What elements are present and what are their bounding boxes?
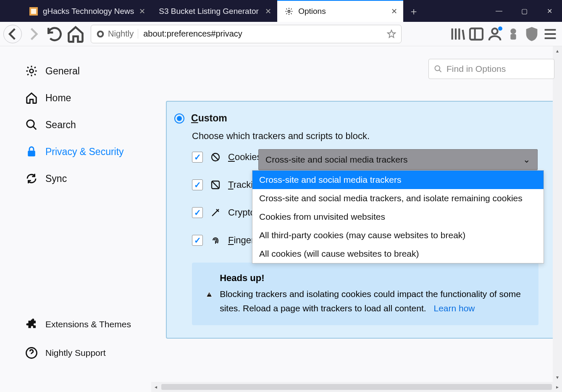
ublock-icon[interactable]	[523, 26, 540, 42]
lock-icon	[25, 145, 38, 158]
back-button[interactable]	[3, 25, 22, 43]
checkbox-icon[interactable]: ✓	[192, 179, 203, 190]
tab-label: Options	[298, 7, 326, 16]
cryptominer-icon	[210, 208, 221, 218]
chevron-down-icon: ⌄	[523, 155, 530, 165]
account-icon[interactable]	[486, 26, 503, 42]
close-icon[interactable]: ✕	[391, 7, 397, 16]
home-icon	[25, 92, 38, 104]
checkbox-icon[interactable]: ✓	[192, 207, 203, 218]
sidebar-item-privacy-security[interactable]: Privacy & Security	[25, 139, 166, 164]
scrollbar-thumb[interactable]	[161, 384, 552, 390]
dropdown-option[interactable]: All cookies (will cause websites to brea…	[252, 245, 544, 263]
dropdown-option[interactable]: Cross-site and social media trackers	[252, 171, 544, 189]
cookie-blocked-icon	[210, 152, 221, 162]
sidebar-item-label: Extensions & Themes	[45, 319, 131, 329]
maximize-button[interactable]: ▢	[512, 0, 537, 22]
svg-rect-5	[470, 28, 483, 39]
scroll-up-icon[interactable]: ▴	[553, 46, 562, 55]
preferences-sidebar: General Home Search Privacy & Security S…	[0, 46, 166, 382]
custom-title: Custom	[191, 113, 227, 124]
sidebar-item-general[interactable]: General	[25, 59, 166, 83]
reload-button[interactable]	[45, 25, 64, 43]
gear-icon	[25, 65, 38, 77]
tracking-icon	[210, 180, 221, 190]
nav-toolbar: Nightly about:preferences#privacy	[0, 22, 562, 46]
svg-point-7	[510, 28, 516, 34]
find-in-options-input[interactable]: Find in Options	[428, 59, 554, 79]
svg-point-13	[435, 66, 440, 71]
hamburger-menu-icon[interactable]	[542, 26, 559, 42]
identity-label: Nightly	[108, 29, 134, 39]
search-icon	[434, 65, 442, 73]
scroll-left-icon[interactable]: ◂	[151, 384, 160, 390]
warning-icon	[206, 274, 212, 315]
identity-box[interactable]: Nightly	[96, 29, 138, 39]
dropdown-option[interactable]: Cross-site and social media trackers, an…	[252, 189, 544, 208]
learn-how-link[interactable]: Learn how	[433, 303, 475, 313]
sidebar-item-sync[interactable]: Sync	[25, 166, 166, 191]
custom-radio[interactable]: Custom	[174, 113, 538, 124]
tab-options[interactable]: Options ✕	[277, 0, 403, 22]
dropdown-option[interactable]: Cookies from unvisited websites	[252, 208, 544, 226]
radio-icon	[174, 113, 184, 124]
svg-point-2	[288, 11, 290, 13]
svg-rect-1	[31, 9, 36, 14]
tab-label: S3 Bucket Listing Generator	[159, 7, 259, 16]
sidebar-item-label: Privacy & Security	[45, 146, 124, 158]
sidebar-item-nightly-support[interactable]: Nightly Support	[25, 341, 166, 365]
checkbox-icon[interactable]: ✓	[192, 235, 203, 246]
notice-title: Heads up!	[220, 273, 524, 284]
window-controls: — ▢ ✕	[486, 0, 562, 22]
sync-icon	[25, 172, 38, 185]
bookmark-star-icon[interactable]	[387, 29, 396, 39]
firefox-icon	[96, 30, 105, 38]
close-icon[interactable]: ✕	[265, 7, 271, 16]
library-icon[interactable]	[449, 26, 466, 42]
select-value: Cross-site and social media trackers	[265, 155, 407, 165]
svg-point-4	[99, 32, 102, 35]
url-bar[interactable]: Nightly about:preferences#privacy	[91, 25, 402, 43]
vertical-scrollbar[interactable]: ▴ ▾	[553, 46, 562, 382]
minimize-button[interactable]: —	[486, 0, 512, 22]
tab-ghacks[interactable]: gHacks Technology News ✕	[0, 1, 151, 22]
sidebar-item-label: Search	[45, 119, 76, 131]
checkbox-icon[interactable]: ✓	[192, 152, 203, 163]
new-tab-button[interactable]: ＋	[403, 1, 424, 22]
scroll-down-icon[interactable]: ▾	[553, 373, 562, 382]
svg-point-6	[492, 28, 497, 34]
search-icon	[25, 118, 38, 131]
sidebar-item-label: Nightly Support	[45, 348, 106, 358]
close-icon[interactable]: ✕	[139, 7, 145, 16]
tab-label: gHacks Technology News	[43, 7, 134, 16]
svg-rect-8	[510, 34, 516, 39]
close-window-button[interactable]: ✕	[537, 0, 562, 22]
home-button[interactable]	[66, 25, 85, 43]
custom-description: Choose which trackers and scripts to blo…	[192, 131, 538, 142]
sidebar-icon[interactable]	[468, 26, 485, 42]
search-placeholder: Find in Options	[446, 64, 506, 74]
fingerprint-icon	[210, 235, 221, 245]
tab-s3[interactable]: S3 Bucket Listing Generator ✕	[151, 1, 277, 22]
cookies-dropdown: Cross-site and social media trackers Cro…	[252, 170, 544, 263]
forward-button[interactable]	[24, 25, 43, 43]
scroll-right-icon[interactable]: ▸	[553, 384, 562, 390]
puzzle-icon	[25, 318, 38, 331]
svg-point-9	[30, 69, 34, 73]
crypto-label: Crypto	[228, 207, 255, 218]
sidebar-item-extensions-themes[interactable]: Extensions & Themes	[25, 312, 166, 337]
dropdown-option[interactable]: All third-party cookies (may cause websi…	[252, 226, 544, 245]
sidebar-item-label: General	[45, 66, 80, 77]
notice-text: Blocking trackers and isolating cookies …	[220, 287, 524, 315]
sidebar-item-label: Sync	[45, 173, 67, 184]
heads-up-notice: Heads up! Blocking trackers and isolatin…	[192, 263, 538, 325]
svg-rect-11	[28, 151, 35, 157]
horizontal-scrollbar[interactable]: ◂ ▸	[151, 382, 562, 392]
extension-icon-1[interactable]	[505, 26, 522, 42]
favicon-ghacks	[29, 7, 38, 16]
sidebar-item-search[interactable]: Search	[25, 113, 166, 137]
sidebar-item-home[interactable]: Home	[25, 86, 166, 110]
gear-icon	[285, 7, 293, 16]
cookies-select[interactable]: Cross-site and social media trackers ⌄	[258, 149, 538, 170]
url-text: about:preferences#privacy	[143, 29, 382, 39]
